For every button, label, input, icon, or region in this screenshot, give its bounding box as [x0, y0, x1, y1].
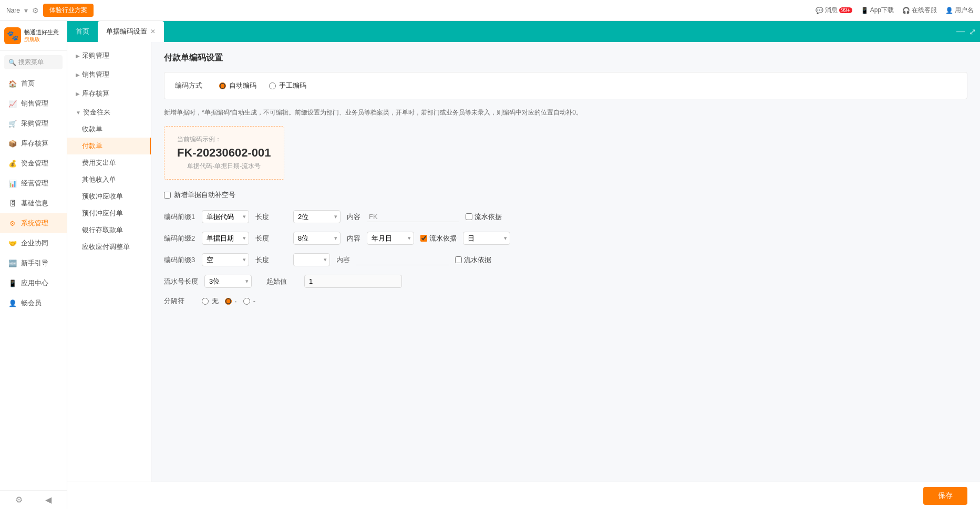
home-icon: 🏠 [8, 80, 17, 88]
auto-fill-checkbox[interactable] [164, 192, 171, 199]
save-button[interactable]: 保存 [923, 487, 967, 505]
content-area: ▶ 采购管理 ▶ 销售管理 ▶ 库存核算 ▼ 资金往来 [67, 42, 980, 482]
page-title: 付款单编码设置 [164, 53, 967, 64]
app-download-item[interactable]: 📱 App下载 [861, 6, 894, 15]
sidebar-item-inventory[interactable]: 📦 库存核算 [0, 133, 67, 153]
subnav-item-bank-deposit[interactable]: 银行存取款单 [67, 222, 151, 238]
search-button[interactable]: 🔍 搜索菜单 [4, 55, 63, 69]
start-value-label: 起始值 [266, 277, 298, 286]
subnav-title-sales[interactable]: ▶ 销售管理 [67, 66, 151, 83]
app-icon: 📱 [861, 7, 869, 14]
sep-dash-label[interactable]: - [243, 297, 255, 305]
service-item[interactable]: 🎧 在线客服 [902, 6, 937, 15]
prefix3-select[interactable]: 空 单据代码 部门 业务员 [202, 253, 249, 266]
sep-none-text: 无 [212, 296, 219, 306]
subnav-item-prepay-receivable[interactable]: 预收冲应收单 [67, 188, 151, 205]
subnav-item-other-income[interactable]: 其他收入单 [67, 171, 151, 188]
prefix2-length-select[interactable]: 8位 [293, 232, 341, 245]
prefix3-select-wrap[interactable]: 空 单据代码 部门 业务员 [202, 253, 249, 266]
sidebar-nav: 🏠 首页 📈 销售管理 🛒 采购管理 📦 库存核算 💰 资金管理 📊 经营管理 … [0, 74, 67, 490]
dropdown-icon[interactable]: ▾ [24, 6, 28, 15]
sidebar-item-sales[interactable]: 📈 销售管理 [0, 94, 67, 113]
guide-icon: 🆕 [8, 259, 17, 267]
sep-none-label[interactable]: 无 [202, 296, 219, 306]
subnav-item-payment[interactable]: 付款单 [67, 138, 151, 154]
subnav-title-purchase[interactable]: ▶ 采购管理 [67, 47, 151, 64]
tab-coding[interactable]: 单据编码设置 ✕ [98, 21, 164, 42]
prefix2-content-select-wrap[interactable]: 年月日 年月 年 [367, 232, 414, 245]
prefix1-select-wrap[interactable]: 单据代码 部门 业务员 空 [202, 210, 249, 223]
prefix3-stream-label[interactable]: 流水依据 [455, 255, 491, 265]
prefix3-length-select[interactable] [293, 253, 330, 266]
prefix1-length-select[interactable]: 2位 [293, 210, 341, 223]
prefix1-stream-label[interactable]: 流水依据 [466, 212, 502, 222]
sidebar-search-area[interactable]: 🔍 搜索菜单 [0, 51, 67, 74]
prefix1-label: 编码前缀1 [164, 212, 195, 222]
prefix3-content-value [356, 255, 449, 265]
prefix1-stream-checkbox[interactable] [466, 213, 472, 220]
experience-button[interactable]: 体验行业方案 [43, 4, 94, 17]
sep-dot-label[interactable]: · [225, 297, 237, 305]
subnav-item-ap-adjust[interactable]: 应收应付调整单 [67, 238, 151, 255]
sidebar-settings-btn[interactable]: ⚙ [15, 495, 23, 505]
sidebar-item-finance[interactable]: 💰 资金管理 [0, 153, 67, 173]
manual-code-radio[interactable] [269, 82, 276, 89]
start-value-input[interactable] [304, 275, 402, 288]
sep-dash-radio[interactable] [243, 298, 250, 305]
auto-fill-label: 新增单据自动补空号 [174, 190, 235, 200]
prefix2-select[interactable]: 单据日期 年月 年 空 [202, 232, 249, 245]
sidebar-item-system[interactable]: ⚙ 系统管理 [0, 213, 67, 233]
sidebar-item-operations[interactable]: 📊 经营管理 [0, 173, 67, 193]
prefix2-period-select-wrap[interactable]: 日 月 年 [463, 232, 510, 245]
subnav-title-inventory[interactable]: ▶ 库存核算 [67, 85, 151, 102]
prefix2-stream-checkbox[interactable] [420, 235, 427, 242]
tab-maximize-icon[interactable]: ⤢ [969, 27, 976, 37]
preview-label: 当前编码示例： [177, 135, 271, 144]
message-item[interactable]: 💬 消息 99+ [816, 6, 852, 15]
sidebar-item-member[interactable]: 👤 畅会员 [0, 293, 67, 313]
prefix2-stream-label[interactable]: 流水依据 [420, 234, 457, 243]
sidebar-item-guide[interactable]: 🆕 新手引导 [0, 253, 67, 273]
sidebar-item-enterprise[interactable]: 🤝 企业协同 [0, 233, 67, 253]
sep-none-radio[interactable] [202, 298, 209, 305]
sidebar-item-home[interactable]: 🏠 首页 [0, 74, 67, 94]
coding-method-label: 编码方式 [175, 81, 207, 90]
sidebar-collapse-btn[interactable]: ◀ [45, 495, 51, 505]
tab-home[interactable]: 首页 [67, 21, 98, 42]
sidebar-item-label: 新手引导 [21, 258, 48, 268]
sidebar-item-base[interactable]: 🗄 基础信息 [0, 193, 67, 213]
prefix1-length-select-wrap[interactable]: 2位 [293, 210, 341, 223]
sidebar-item-appcenter[interactable]: 📱 应用中心 [0, 273, 67, 293]
prefix2-select-wrap[interactable]: 单据日期 年月 年 空 [202, 232, 249, 245]
prefix2-content-select[interactable]: 年月日 年月 年 [367, 232, 414, 245]
subnav-item-prepay-payable[interactable]: 预付冲应付单 [67, 205, 151, 222]
serial-length-select[interactable]: 3位 4位 5位 6位 [204, 275, 252, 288]
serial-length-select-wrap[interactable]: 3位 4位 5位 6位 [204, 275, 252, 288]
prefix3-stream-checkbox[interactable] [455, 256, 462, 263]
auto-code-radio[interactable] [219, 82, 226, 89]
separator-row: 分隔符 无 · - [164, 296, 967, 306]
manual-code-radio-label[interactable]: 手工编码 [269, 81, 306, 90]
subnav-item-expense[interactable]: 费用支出单 [67, 154, 151, 171]
sidebar-item-purchase[interactable]: 🛒 采购管理 [0, 113, 67, 133]
prefix2-length-select-wrap[interactable]: 8位 [293, 232, 341, 245]
subnav-item-receipt[interactable]: 收款单 [67, 121, 151, 138]
prefix3-length-select-wrap[interactable] [293, 253, 330, 266]
subnav-title-capital[interactable]: ▼ 资金往来 [67, 104, 151, 121]
prefix2-period-select[interactable]: 日 月 年 [463, 232, 510, 245]
base-icon: 🗄 [8, 200, 17, 207]
prefix1-select[interactable]: 单据代码 部门 业务员 空 [202, 210, 249, 223]
finance-icon: 💰 [8, 160, 17, 168]
user-item[interactable]: 👤 用户名 [945, 6, 974, 15]
logo-subtitle: 旗舰版 [24, 36, 59, 43]
message-badge: 99+ [839, 7, 852, 13]
sidebar-item-label: 企业协同 [21, 238, 48, 248]
auto-code-radio-label[interactable]: 自动编码 [219, 81, 256, 90]
tab-minimize-icon[interactable]: — [956, 27, 965, 36]
system-icon: ⚙ [8, 220, 17, 227]
sep-dot-radio[interactable] [225, 298, 232, 305]
tab-close-icon[interactable]: ✕ [150, 28, 156, 35]
prefix3-content-label: 内容 [336, 255, 350, 265]
settings-icon[interactable]: ⚙ [32, 6, 39, 15]
service-label: 在线客服 [912, 6, 937, 15]
